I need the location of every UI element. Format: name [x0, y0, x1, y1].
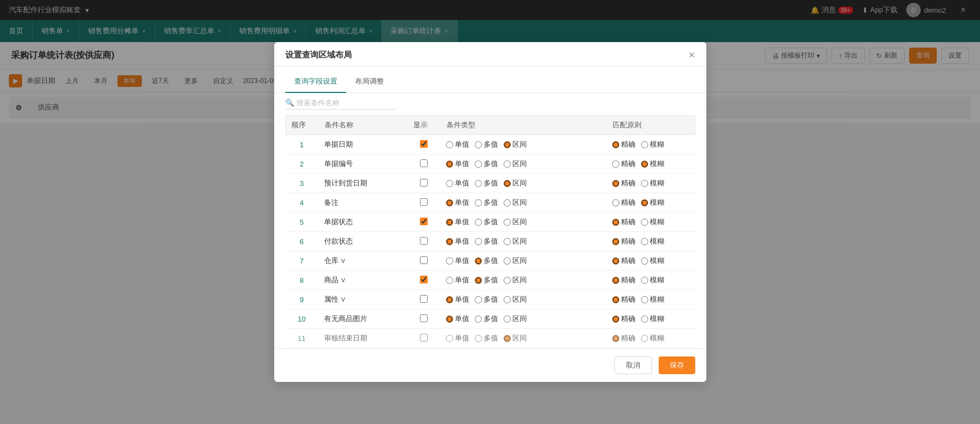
modal-table-header: 顺序 条件名称 显示 条件类型 匹配原则	[285, 115, 695, 123]
tab-field-settings[interactable]: 查询字段设置	[285, 73, 346, 93]
modal-overlay: 设置查询区域布局 ✕ 查询字段设置 布局调整 🔍 顺序 条件名称	[0, 0, 980, 123]
tab-layout[interactable]: 布局调整	[346, 73, 393, 93]
modal-table: 顺序 条件名称 显示 条件类型 匹配原则 1 单据日期 单值 多值 区间	[274, 115, 706, 123]
modal-close-button[interactable]: ✕	[688, 51, 695, 60]
modal-search-area: 🔍	[274, 93, 706, 115]
tab-layout-label: 布局调整	[355, 77, 384, 85]
settings-modal: 设置查询区域布局 ✕ 查询字段设置 布局调整 🔍 顺序 条件名称	[274, 42, 706, 123]
search-input[interactable]	[296, 99, 396, 107]
col-match: 匹配原则	[607, 116, 706, 123]
search-box: 🔍	[285, 99, 396, 110]
col-order: 顺序	[286, 116, 319, 123]
col-display: 显示	[408, 116, 441, 123]
tab-field-settings-label: 查询字段设置	[294, 77, 337, 85]
col-type: 条件类型	[441, 116, 607, 123]
search-icon: 🔍	[285, 99, 294, 107]
modal-title: 设置查询区域布局	[285, 50, 352, 60]
modal-header: 设置查询区域布局 ✕	[274, 42, 706, 66]
modal-tabs: 查询字段设置 布局调整	[274, 66, 706, 93]
col-name: 条件名称	[319, 116, 408, 123]
